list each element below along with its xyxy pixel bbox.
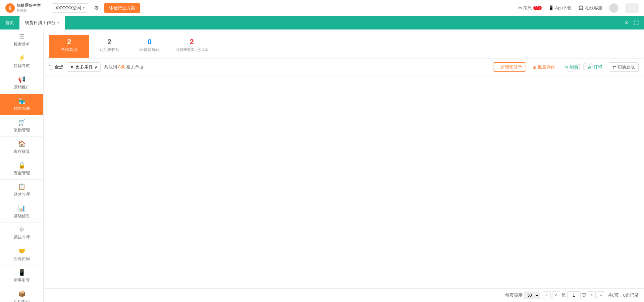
company-name: XXXXXX公司: [55, 5, 82, 11]
status-tab-overdue[interactable]: 2 到期未收款: [89, 35, 129, 58]
print-icon: 🖨: [588, 65, 592, 70]
app-download-button[interactable]: 📱 App下载: [548, 5, 572, 11]
status-tab-pending-label: 旺铺待确认: [140, 47, 160, 52]
top-header: 6 畅捷通好生意 标准版 XXXXXX公司 ▾ ⚙ 体验行业方案 ✉ 消息 99…: [0, 0, 644, 16]
page-input[interactable]: [567, 291, 581, 299]
filter-label: 更多条件: [75, 64, 93, 70]
status-tabs-inner: 2 全部单据 2 到期未收款 0 旺铺待确认 2 到期未收款 已出库: [49, 35, 639, 58]
sidebar-item-sales[interactable]: 🏪 销售管理: [0, 94, 43, 115]
quick-nav-icon: ⚡: [18, 54, 25, 62]
content-area: 2 全部单据 2 到期未收款 0 旺铺待确认 2 到期未收款 已出库: [44, 29, 644, 302]
experience-button[interactable]: 体验行业方案: [104, 3, 140, 13]
toolbar-left: 全选 ▼ 更多条件 ∨ 共找到 0条 相关单据: [49, 62, 144, 72]
filter-chevron-icon: ∨: [94, 65, 98, 70]
found-suffix: 相关单据: [126, 64, 144, 69]
page-nav: « < 第 页 > »: [543, 291, 605, 299]
first-page-button[interactable]: «: [543, 291, 551, 299]
last-page-button[interactable]: »: [597, 291, 605, 299]
sidebar-item-capital[interactable]: 🔒 资金管理: [0, 158, 43, 180]
print-label: 打印: [593, 64, 602, 70]
tab-home-label: 首页: [5, 20, 14, 26]
avatar[interactable]: [609, 3, 619, 13]
status-tab-all[interactable]: 2 全部单据: [49, 35, 89, 58]
sidebar-item-marketing[interactable]: 📢 营销推广: [0, 72, 43, 94]
refresh-button[interactable]: ↺ 刷新: [562, 63, 581, 71]
tab-work-bench-label: 钱货日清工作台: [25, 20, 55, 26]
found-count: 0条: [118, 64, 125, 69]
marketing-icon: 📢: [18, 76, 25, 83]
found-text: 共找到 0条 相关单据: [104, 64, 144, 70]
filter-button[interactable]: ▼ 更多条件 ∨: [67, 62, 101, 72]
sidebar-item-quick-nav[interactable]: ⚡ 快捷导航: [0, 51, 43, 72]
app-download-label: App下载: [555, 5, 572, 11]
tab-bar: 首页 钱货日清工作台 × ✕ ⛶: [0, 16, 644, 29]
toolbar: 全选 ▼ 更多条件 ∨ 共找到 0条 相关单据 + 新增销货单 ⊞ 批量操作: [44, 59, 644, 75]
sidebar-label-enterprise: 企业协同: [14, 256, 30, 262]
select-all-input[interactable]: [49, 65, 53, 69]
sidebar-label-sales: 销售管理: [14, 106, 30, 112]
switch-version-button[interactable]: ⇄ 切换新版: [609, 62, 639, 72]
sidebar: ☰ 搜索菜单 ⚡ 快捷导航 📢 营销推广 🏪 销售管理 🛒 采购管理 🏠 库存核…: [0, 29, 44, 302]
batch-operation-button[interactable]: ⊞ 批量操作: [530, 63, 558, 71]
status-tab-all-count: 2: [54, 38, 84, 46]
status-tab-all-label: 全部单据: [61, 47, 77, 52]
status-tab-overdue-label: 到期未收款: [99, 47, 119, 52]
status-tab-unshipped-count: 2: [175, 38, 208, 46]
total-records: 共0页，0条记录: [608, 292, 639, 298]
next-page-button[interactable]: >: [588, 291, 596, 299]
tab-minimize-icon[interactable]: ✕: [623, 19, 630, 27]
tab-expand-icon[interactable]: ⛶: [633, 19, 640, 27]
sidebar-item-guide[interactable]: 📱 新手引导: [0, 265, 43, 287]
select-all-checkbox[interactable]: 全选: [49, 64, 63, 70]
message-label: 消息: [523, 5, 532, 11]
user-name-placeholder: [625, 3, 639, 13]
switch-label: 切换新版: [618, 64, 635, 70]
sidebar-label-base-info: 基础信息: [14, 213, 30, 219]
guide-icon: 📱: [18, 269, 25, 276]
sidebar-item-enterprise[interactable]: 🤝 企业协同: [0, 244, 43, 265]
batch-label: 批量操作: [538, 64, 555, 70]
tab-home[interactable]: 首页: [0, 16, 19, 29]
message-button[interactable]: ✉ 消息 99+: [518, 5, 542, 11]
sidebar-item-purchase[interactable]: 🛒 采购管理: [0, 115, 43, 137]
sidebar-item-inventory[interactable]: 🏠 库存核算: [0, 137, 43, 158]
app-center-icon: 📦: [18, 290, 25, 298]
tab-close-icon[interactable]: ×: [57, 20, 60, 25]
sidebar-label-guide: 新手引导: [14, 278, 30, 283]
company-selector[interactable]: XXXXXX公司 ▾: [52, 3, 88, 13]
status-tab-unshipped[interactable]: 2 到期未收款 已出库: [170, 35, 214, 58]
sidebar-item-base-info[interactable]: 📊 基础信息: [0, 201, 43, 223]
settings-button[interactable]: ⚙: [91, 3, 102, 13]
logo-icon: 6: [5, 3, 15, 13]
page-size-select[interactable]: 50: [524, 292, 540, 299]
message-badge: 99+: [533, 6, 542, 10]
filter-icon: ▼: [70, 65, 74, 70]
status-tab-pending[interactable]: 0 旺铺待确认: [129, 35, 170, 58]
purchase-icon: 🛒: [18, 119, 25, 126]
sidebar-item-app-center[interactable]: 📦 应用中心: [0, 287, 43, 302]
header-right: ✉ 消息 99+ 📱 App下载 🎧 在线客服: [518, 3, 639, 13]
sidebar-item-ops[interactable]: 📋 经营管理: [0, 180, 43, 201]
sidebar-label-search-menu: 搜索菜单: [14, 42, 30, 47]
print-button[interactable]: 🖨 打印: [585, 63, 605, 71]
prev-page-button[interactable]: <: [552, 291, 560, 299]
status-tabs: 2 全部单据 2 到期未收款 0 旺铺待确认 2 到期未收款 已出库: [44, 29, 644, 58]
main-layout: ☰ 搜索菜单 ⚡ 快捷导航 📢 营销推广 🏪 销售管理 🛒 采购管理 🏠 库存核…: [0, 29, 644, 302]
status-tab-unshipped-label: 到期未收款 已出库: [175, 47, 208, 52]
add-sales-order-button[interactable]: + 新增销货单: [493, 62, 526, 72]
sidebar-item-sys-mgmt[interactable]: ⚙ 系统管理: [0, 223, 43, 244]
status-tab-overdue-count: 2: [95, 38, 124, 46]
tab-work-bench[interactable]: 钱货日清工作台 ×: [19, 16, 65, 29]
table-area: [44, 75, 644, 288]
sidebar-label-quick-nav: 快捷导航: [14, 63, 30, 69]
sidebar-item-search-menu[interactable]: ☰ 搜索菜单: [0, 29, 43, 51]
pagination: 每页显示 50 « < 第 页 > » 共0页，0条记录: [44, 288, 644, 302]
sidebar-label-inventory: 库存核算: [14, 149, 30, 155]
logo-name: 畅捷通好生意: [17, 3, 41, 8]
online-service-button[interactable]: 🎧 在线客服: [578, 5, 602, 11]
switch-icon: ⇄: [612, 65, 616, 70]
sidebar-label-marketing: 营销推广: [14, 84, 30, 90]
sidebar-label-purchase: 采购管理: [14, 127, 30, 133]
empty-content: [44, 75, 644, 288]
refresh-icon: ↺: [565, 65, 568, 70]
